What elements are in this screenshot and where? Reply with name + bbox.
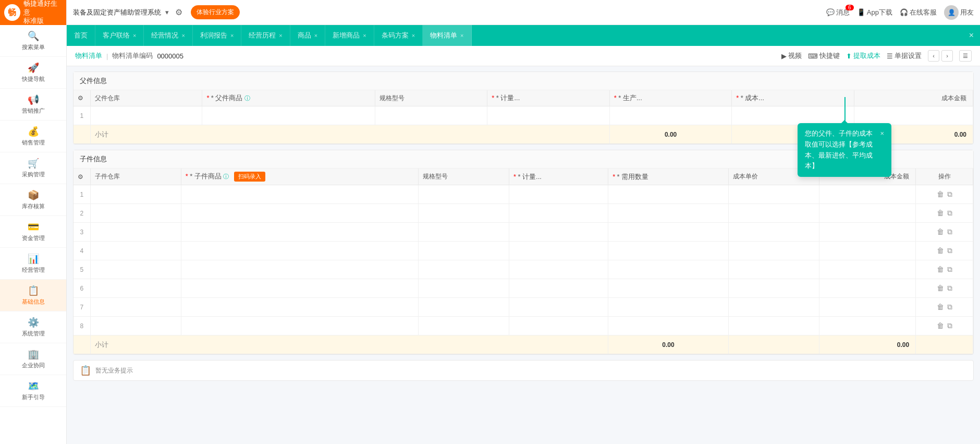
parent-th-cost: * * 成本... <box>732 90 854 106</box>
child-subtotal-amount: 0.00 <box>819 335 916 354</box>
parent-th-unit: * * 计量... <box>487 90 609 106</box>
close-barcode-tab[interactable]: × <box>412 32 415 39</box>
sidebar-item-enterprise[interactable]: 🏢 企业协同 <box>0 343 66 375</box>
inventory-icon: 📦 <box>28 189 39 201</box>
copy-icon-4[interactable]: ⧉ <box>947 246 952 255</box>
prev-page-btn[interactable]: ‹ <box>928 50 939 62</box>
list-view-btn[interactable]: ☰ <box>959 50 972 62</box>
parent-row-cost-1[interactable] <box>732 106 854 125</box>
tooltip-close-btn[interactable]: × <box>880 128 884 139</box>
close-newgoods-tab[interactable]: × <box>363 32 366 39</box>
child-unitcost-1[interactable] <box>728 185 819 204</box>
pagination-btns: ‹ › <box>928 50 953 62</box>
topbar-icons: 💬 消息 6 📱 App下载 🎧 在线客服 👤 用友 <box>826 5 974 20</box>
tab-home[interactable]: 首页 <box>67 25 95 46</box>
close-profit-tab[interactable]: × <box>230 32 234 39</box>
experience-btn[interactable]: 体验行业方案 <box>191 5 240 19</box>
shortcut-action[interactable]: ⌨ 快捷键 <box>808 51 840 61</box>
child-th-settings[interactable]: ⚙ <box>74 169 90 185</box>
tab-history[interactable]: 经营历程 × <box>241 25 290 46</box>
close-all-tabs-btn[interactable]: × <box>963 31 980 40</box>
app-download-label: App下载 <box>867 8 892 17</box>
tab-goods[interactable]: 商品 × <box>290 25 325 46</box>
message-badge: 6 <box>846 5 854 10</box>
sidebar-item-guide[interactable]: 🗺️ 新手引导 <box>0 375 66 407</box>
sidebar-item-marketing[interactable]: 📢 营销推广 <box>0 89 66 121</box>
sidebar-item-sales[interactable]: 💰 销售管理 <box>0 121 66 152</box>
delete-icon-8[interactable]: 🗑 <box>937 321 944 330</box>
child-row-1: 1 🗑⧉ <box>74 185 973 204</box>
sidebar: 畅 畅捷通好生意 标准版 🔍 搜索菜单 🚀 快捷导航 📢 营销推广 💰 销售管理… <box>0 0 67 444</box>
child-row-2: 2 🗑⧉ <box>74 204 973 223</box>
child-row-4: 4 🗑⧉ <box>74 242 973 260</box>
child-subtotal-qty: 0.00 <box>608 335 729 354</box>
copy-icon-1[interactable]: ⧉ <box>947 190 952 199</box>
breadcrumb-bar: 物料清单 | 物料清单编码 0000005 ▶ 视频 ⌨ 快捷键 ⬆ 提取成本 … <box>67 46 980 66</box>
parent-row-amount-1[interactable] <box>854 106 973 125</box>
settings-icon[interactable]: ⚙ <box>175 7 182 17</box>
dropdown-arrow-icon[interactable]: ▾ <box>165 8 169 16</box>
tab-profit[interactable]: 利润报告 × <box>193 25 241 46</box>
close-operations-tab[interactable]: × <box>181 32 185 39</box>
online-service-item[interactable]: 🎧 在线客服 <box>900 8 937 17</box>
child-th-unit: * * 计量... <box>509 169 608 185</box>
delete-icon-3[interactable]: 🗑 <box>937 227 944 236</box>
app-download-item[interactable]: 📱 App下载 <box>857 8 892 17</box>
copy-icon-3[interactable]: ⧉ <box>947 227 952 236</box>
parent-row-warehouse-1[interactable] <box>90 106 202 125</box>
next-page-btn[interactable]: › <box>941 50 953 62</box>
tab-barcode[interactable]: 条码方案 × <box>374 25 423 46</box>
parent-row-unit-1[interactable] <box>487 106 609 125</box>
child-qty-1[interactable] <box>608 185 729 204</box>
cost-action[interactable]: ⬆ 提取成本 <box>846 51 880 61</box>
sidebar-item-basicinfo[interactable]: 📋 基础信息 <box>0 280 66 311</box>
basicinfo-icon: 📋 <box>28 285 39 296</box>
delete-icon-2[interactable]: 🗑 <box>937 209 944 218</box>
main-area: 装备及固定资产辅助管理系统 ▾ ⚙ 体验行业方案 💬 消息 6 📱 App下载 … <box>67 0 980 444</box>
sidebar-item-system[interactable]: ⚙️ 系统管理 <box>0 311 66 343</box>
tab-bomlist[interactable]: 物料清单 × <box>423 25 471 46</box>
delete-icon-1[interactable]: 🗑 <box>937 190 944 199</box>
sidebar-item-search[interactable]: 🔍 搜索菜单 <box>0 25 66 57</box>
user-avatar: 👤 <box>944 5 959 20</box>
child-warehouse-1[interactable] <box>90 185 181 204</box>
sidebar-item-label: 经营管理 <box>22 266 45 274</box>
user-avatar-item[interactable]: 👤 用友 <box>944 5 974 20</box>
child-goods-1[interactable] <box>181 185 418 204</box>
tab-newgoods[interactable]: 新增商品 × <box>325 25 374 46</box>
sidebar-item-finance[interactable]: 💳 资金管理 <box>0 216 66 248</box>
copy-icon-2[interactable]: ⧉ <box>947 209 952 218</box>
sidebar-item-inventory[interactable]: 📦 库存核算 <box>0 184 66 216</box>
tab-operations[interactable]: 经营情况 × <box>144 25 192 46</box>
sidebar-item-purchase[interactable]: 🛒 采购管理 <box>0 152 66 184</box>
close-goods-tab[interactable]: × <box>314 32 317 39</box>
copy-icon-8[interactable]: ⧉ <box>947 321 952 330</box>
logo-text: 畅捷通好生意 标准版 <box>23 0 62 26</box>
delete-icon-7[interactable]: 🗑 <box>937 303 944 311</box>
message-icon-item[interactable]: 💬 消息 6 <box>826 8 850 17</box>
settings-action[interactable]: ☰ 单据设置 <box>887 51 922 61</box>
close-history-tab[interactable]: × <box>279 32 282 39</box>
delete-icon-5[interactable]: 🗑 <box>937 265 944 274</box>
parent-th-settings[interactable]: ⚙ <box>74 90 90 106</box>
parent-row-spec-1[interactable] <box>375 106 487 125</box>
parent-th-production: * * 生产... <box>609 90 731 106</box>
tab-customer[interactable]: 客户联络 × <box>95 25 144 46</box>
parent-row-goods-1[interactable] <box>202 106 375 125</box>
copy-icon-7[interactable]: ⧉ <box>947 303 952 311</box>
copy-icon-6[interactable]: ⧉ <box>947 284 952 293</box>
copy-icon-5[interactable]: ⧉ <box>947 265 952 274</box>
parent-row-production-1[interactable] <box>609 106 731 125</box>
delete-icon-4[interactable]: 🗑 <box>937 246 944 255</box>
close-bomlist-tab[interactable]: × <box>460 32 463 39</box>
child-unit-1[interactable] <box>509 185 608 204</box>
sidebar-item-operations[interactable]: 📊 经营管理 <box>0 248 66 280</box>
sidebar-item-quicknav[interactable]: 🚀 快捷导航 <box>0 57 66 89</box>
close-customer-tab[interactable]: × <box>133 32 136 39</box>
child-amount-1[interactable] <box>819 185 916 204</box>
view-action[interactable]: ▶ 视频 <box>781 51 802 61</box>
delete-icon-6[interactable]: 🗑 <box>937 284 944 293</box>
breadcrumb-bomlist[interactable]: 物料清单 <box>75 51 102 61</box>
scan-input-btn[interactable]: 扫码录入 <box>234 172 265 182</box>
child-spec-1[interactable] <box>418 185 509 204</box>
